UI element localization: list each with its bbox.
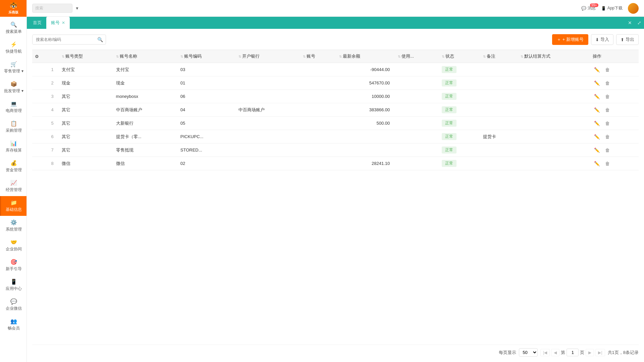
message-btn[interactable]: 💬 消息 99+ [581,5,596,11]
sidebar-item-operations[interactable]: 📈经营管理 [0,176,26,196]
pagination: |◀ ◀ 第 页 ▶ ▶| [540,349,605,356]
cell-status: 正常 [439,157,480,170]
col-name[interactable]: 账号名称 [113,50,178,63]
sidebar-label-retail: 零售管理 ▾ [4,68,23,74]
app-icon: 📱 [601,6,606,11]
edit-btn[interactable]: ✏️ [593,120,601,127]
inventory-icon: 📊 [10,140,17,146]
sidebar-item-quick[interactable]: ⚡快捷导航 [0,38,26,58]
cell-name: 提货卡（零... [113,130,178,143]
cell-settings [32,157,46,170]
add-account-btn[interactable]: ＋ + 新增账号 [552,34,588,45]
col-account[interactable]: 账号 [300,50,336,63]
page-size-select[interactable]: 50 100 200 [519,348,538,357]
sidebar-item-finance[interactable]: 💰资金管理 [0,157,26,176]
edit-btn[interactable]: ✏️ [593,133,601,140]
cell-account [300,157,336,170]
cell-type: 其它 [59,103,113,117]
user-avatar[interactable] [628,3,639,14]
sidebar-item-inventory[interactable]: 📊库存核算 [0,137,26,157]
delete-btn[interactable]: 🗑 [604,147,611,154]
table-row: 1 支付宝 支付宝 03 -90444.00 正常 ✏️ 🗑 [32,63,639,76]
delete-btn[interactable]: 🗑 [604,80,611,86]
cell-usage [395,76,439,90]
tab-account[interactable]: 账号✕ [46,17,70,29]
sidebar-label-finance: 资金管理 [6,167,22,173]
sidebar-item-ecommerce[interactable]: 💻电商管理 [0,97,26,117]
sidebar-item-system[interactable]: ⚙️系统管理 [0,216,26,236]
header-search: 搜索 [32,4,72,13]
sidebar-item-guide[interactable]: 🎯新手引导 [0,255,26,275]
cell-account [300,90,336,103]
sidebar-item-appcenter[interactable]: 📱应用中心 [0,275,26,295]
import-icon: ⬇ [595,37,599,42]
page-first-btn[interactable]: |◀ [540,349,550,356]
retail-icon: 🛒 [10,61,17,67]
table-row: 6 其它 提货卡（零... PICKUPC... 正常 提货卡 ✏️ 🗑 [32,130,639,143]
col-usage[interactable]: 使用... [395,50,439,63]
header-dropdown[interactable]: ▼ [75,6,79,11]
edit-btn[interactable]: ✏️ [593,93,601,100]
delete-btn[interactable]: 🗑 [604,93,611,100]
cell-num: 5 [46,117,59,130]
delete-btn[interactable]: 🗑 [604,133,611,140]
app-download-btn[interactable]: 📱 App下载 [601,5,623,11]
search-submit-btn[interactable]: 🔍 [95,35,106,44]
cell-remark [480,76,518,90]
page-last-btn[interactable]: ▶| [595,349,605,356]
status-badge: 正常 [442,133,457,140]
delete-btn[interactable]: 🗑 [604,120,611,127]
page-next-btn[interactable]: ▶ [586,349,594,356]
export-btn[interactable]: ⬆ 导出 [616,34,639,45]
tab-close-btn[interactable]: ✕ [627,19,633,27]
cell-num: 3 [46,90,59,103]
sidebar-item-member[interactable]: 👥畅会员 [0,315,26,335]
cell-code: 04 [178,103,236,117]
edit-btn[interactable]: ✏️ [593,107,601,113]
tab-expand-btn[interactable]: ⤢ [636,19,643,27]
edit-btn[interactable]: ✏️ [593,160,601,167]
delete-btn[interactable]: 🗑 [604,66,611,73]
col-bank[interactable]: 开户银行 [236,50,300,63]
cell-account [300,143,336,157]
col-default-payment[interactable]: 默认结算方式 [518,50,590,63]
sidebar-item-wholesale[interactable]: 📦批发管理 ▾ [0,77,26,97]
page-input[interactable] [567,349,579,356]
col-status[interactable]: 状态 [439,50,480,63]
cell-type: 其它 [59,117,113,130]
status-badge: 正常 [442,66,457,73]
header-search-text: 搜索 [35,5,43,11]
delete-btn[interactable]: 🗑 [604,160,611,167]
tab-close-account[interactable]: ✕ [62,20,65,25]
cell-status: 正常 [439,76,480,90]
cell-name: 现金 [113,76,178,90]
guide-icon: 🎯 [10,259,17,265]
action-btns: ✏️ 🗑 [593,80,636,86]
sidebar-item-basic[interactable]: 📁基础信息 [0,196,26,216]
page-prev-btn[interactable]: ◀ [551,349,559,356]
tab-home[interactable]: 首页 [28,17,46,29]
cell-balance: 383866.00 [336,103,395,117]
col-code[interactable]: 账号编码 [178,50,236,63]
import-label: 导入 [600,37,609,43]
search-input[interactable] [33,35,95,44]
sidebar-item-retail[interactable]: 🛒零售管理 ▾ [0,58,26,77]
col-type[interactable]: 账号类型 [59,50,113,63]
table-row: 2 现金 现金 01 547670.00 正常 ✏️ 🗑 [32,76,639,90]
delete-btn[interactable]: 🗑 [604,107,611,113]
sidebar-item-wechat[interactable]: 💬企业微信 [0,295,26,315]
col-balance[interactable]: 最新余额 [336,50,395,63]
cell-balance: -90444.00 [336,63,395,76]
sidebar-item-purchase[interactable]: 📋采购管理 [0,117,26,137]
edit-btn[interactable]: ✏️ [593,66,601,73]
edit-btn[interactable]: ✏️ [593,147,601,154]
sidebar-item-enterprise[interactable]: 🤝企业协同 [0,236,26,255]
avatar-image [628,3,639,14]
col-remark[interactable]: 备注 [480,50,518,63]
cell-status: 正常 [439,103,480,117]
col-settings[interactable]: ⚙ [32,50,46,63]
import-btn[interactable]: ⬇ 导入 [591,34,613,45]
sidebar-item-search[interactable]: 🔍搜索菜单 [0,18,26,38]
edit-btn[interactable]: ✏️ [593,80,601,86]
ecommerce-icon: 💻 [10,101,17,107]
